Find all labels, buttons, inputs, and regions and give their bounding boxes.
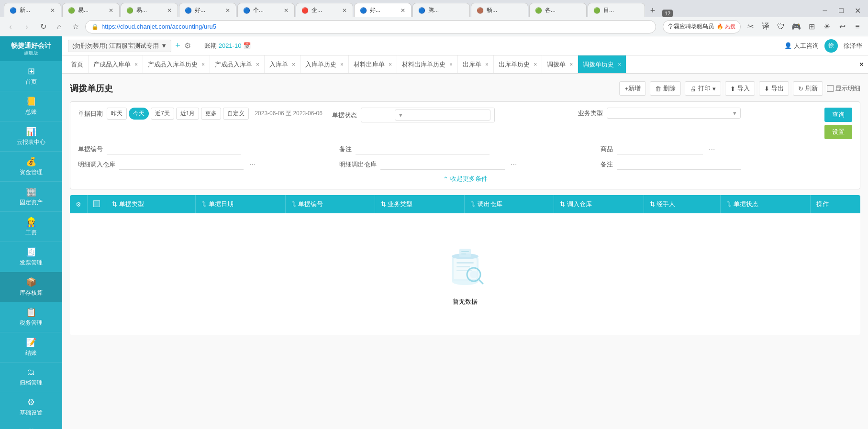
browser-tab-11[interactable]: 🟢 目... — [588, 3, 645, 17]
sidebar-item-report[interactable]: 📊 云报表中心 — [0, 121, 62, 152]
browser-tab-8[interactable]: 🔵 腾... — [412, 3, 470, 17]
detail-in-dots-btn[interactable]: ··· — [249, 160, 256, 169]
tab-mat-out-close[interactable]: × — [389, 61, 392, 68]
window-minimize-btn[interactable]: – — [818, 4, 832, 17]
tab-close-all[interactable]: ✕ — [859, 61, 864, 68]
tab-mat-out-hist[interactable]: 材料出库单历史 × — [397, 55, 458, 74]
tab-transfer-close[interactable]: × — [569, 61, 573, 68]
cut-icon[interactable]: ✂ — [744, 20, 757, 33]
filter-detail-in-input[interactable] — [119, 159, 244, 170]
user-avatar[interactable]: 徐 — [824, 39, 838, 53]
forward-button[interactable]: › — [20, 20, 33, 33]
browser-tab-4[interactable]: 🔵 好... ✕ — [179, 3, 236, 17]
sidebar-item-settings[interactable]: ⚙ 基础设置 — [0, 392, 62, 422]
menu-icon[interactable]: ≡ — [851, 20, 864, 33]
delete-btn[interactable]: 🗑 删除 — [650, 81, 681, 96]
sidebar-item-guide[interactable]: 📖 新手引导 — [0, 422, 62, 429]
search-bar[interactable]: 学霸应聘场驱鸟员 🔥 热搜 — [663, 20, 741, 33]
window-maximize-btn[interactable]: □ — [835, 4, 848, 17]
grid-icon[interactable]: ⊞ — [805, 20, 818, 33]
browser-tab-1[interactable]: 🔵 新... ✕ — [4, 3, 61, 17]
tab-close-6[interactable]: ✕ — [341, 6, 348, 15]
add-company-btn[interactable]: + — [175, 41, 180, 51]
tab-product-in-close[interactable]: × — [134, 61, 138, 68]
filter-remark-input[interactable] — [356, 144, 490, 154]
tab-out-hist-close[interactable]: × — [534, 61, 537, 68]
tab-in[interactable]: 入库单 × — [265, 55, 300, 74]
column-gear-icon[interactable]: ⚙ — [76, 201, 81, 208]
th-doc-no[interactable]: ⇅ 单据编号 — [285, 195, 375, 213]
filter-docno-input[interactable] — [107, 144, 241, 154]
date-more-btn[interactable]: 更多 — [201, 108, 221, 120]
filter-detail-out-input[interactable] — [380, 159, 505, 170]
print-btn[interactable]: 🖨 打印 ▾ — [685, 81, 721, 96]
tab-close-active[interactable]: ✕ — [400, 6, 406, 15]
game-icon[interactable]: 🎮 — [790, 20, 803, 33]
sidebar-item-payroll[interactable]: 👷 工资 — [0, 212, 62, 242]
date-custom-btn[interactable]: 自定义 — [223, 108, 249, 120]
tab-in-close[interactable]: × — [292, 61, 295, 68]
th-gear[interactable]: ⚙ — [70, 195, 88, 213]
tab-product-in-hist[interactable]: 产成品入库单历史 × — [143, 55, 210, 74]
sidebar-item-archive[interactable]: 🗂 归档管理 — [0, 363, 62, 392]
bookmark-button[interactable]: ☆ — [69, 20, 82, 33]
sidebar-item-inventory[interactable]: 📦 库存核算 — [0, 272, 62, 302]
tab-mat-out[interactable]: 材料出库单 × — [349, 55, 397, 74]
browser-tab-6[interactable]: 🔴 企... ✕ — [296, 3, 353, 17]
tab-product-in-hist-close[interactable]: × — [201, 61, 205, 68]
th-transfer-out[interactable]: ⇅ 调出仓库 — [465, 195, 554, 213]
address-bar[interactable]: 🔒 https://cloud.chanjet.com/accounting/u… — [85, 20, 656, 33]
tab-in-hist[interactable]: 入库单历史 × — [300, 55, 349, 74]
tab-out[interactable]: 出库单 × — [458, 55, 494, 74]
import-btn[interactable]: ⬆ 导入 — [725, 81, 755, 96]
period-value[interactable]: 2021-10 — [219, 42, 242, 49]
settings-gear-icon[interactable]: ⚙ — [184, 41, 191, 50]
tab-transfer-hist-close[interactable]: × — [618, 61, 621, 68]
browser-tab-active[interactable]: 🔵 好... ✕ — [354, 3, 412, 17]
calendar-icon[interactable]: 📅 — [243, 42, 251, 49]
window-close-btn[interactable]: ✕ — [851, 4, 864, 17]
th-doc-status[interactable]: ⇅ 单据状态 — [721, 195, 810, 213]
query-btn[interactable]: 查询 — [824, 108, 852, 122]
tab-close-4[interactable]: ✕ — [224, 6, 231, 15]
filter-status-select[interactable]: ▾ — [361, 108, 495, 122]
tab-transfer[interactable]: 调拨单 × — [542, 55, 578, 74]
tab-transfer-hist[interactable]: 调拨单历史 × — [578, 55, 626, 74]
browser-tab-2[interactable]: 🟢 易... ✕ — [62, 3, 120, 17]
select-all-checkbox[interactable] — [93, 200, 100, 207]
settings-btn[interactable]: 设置 — [824, 125, 852, 139]
back-button[interactable]: ‹ — [4, 20, 17, 33]
tab-close-5[interactable]: ✕ — [283, 6, 289, 15]
th-doc-date[interactable]: ⇅ 单据日期 — [196, 195, 285, 213]
tab-product-in2-close[interactable]: × — [256, 61, 259, 68]
undo-icon[interactable]: ↩ — [835, 20, 849, 33]
th-transfer-in[interactable]: ⇅ 调入仓库 — [554, 195, 644, 213]
filter-goods-input[interactable] — [617, 144, 703, 154]
tab-product-in2[interactable]: 产成品入库单 × — [210, 55, 265, 74]
tab-home[interactable]: 首页 — [66, 55, 89, 74]
sidebar-item-assets[interactable]: 🏢 固定资产 — [0, 182, 62, 212]
tab-out-hist[interactable]: 出库单历史 × — [494, 55, 542, 74]
browser-tab-10[interactable]: 🟢 各... — [529, 3, 587, 17]
tab-close-2[interactable]: ✕ — [108, 6, 114, 15]
sidebar-item-invoice[interactable]: 🧾 发票管理 — [0, 242, 62, 272]
sidebar-item-funds[interactable]: 💰 资金管理 — [0, 152, 62, 182]
tab-close-1[interactable]: ✕ — [49, 6, 56, 15]
tab-close-3[interactable]: ✕ — [166, 6, 173, 15]
detail-out-dots-btn[interactable]: ··· — [511, 160, 517, 169]
service-btn[interactable]: 👤 人工咨询 — [784, 42, 819, 50]
sidebar-item-home[interactable]: ⊞ 首页 — [0, 61, 62, 91]
show-toggle-checkbox[interactable] — [827, 85, 834, 92]
filter-biz-type-select[interactable]: ▾ — [607, 108, 741, 119]
translate-icon[interactable]: 译 — [759, 20, 772, 33]
th-handler[interactable]: ⇅ 经手人 — [644, 195, 721, 213]
tab-out-close[interactable]: × — [485, 61, 489, 68]
date-yesterday-btn[interactable]: 昨天 — [107, 108, 127, 120]
sidebar-item-close[interactable]: 📝 结账 — [0, 332, 62, 363]
collapse-btn[interactable]: ⌃ 收起更多条件 — [78, 175, 852, 183]
home-button[interactable]: ⌂ — [53, 20, 66, 33]
shield-icon[interactable]: 🛡 — [774, 20, 788, 33]
browser-tab-5[interactable]: 🔵 个... ✕ — [237, 3, 295, 17]
date-today-btn[interactable]: 今天 — [129, 108, 149, 120]
new-btn[interactable]: + 新增 — [619, 81, 646, 96]
